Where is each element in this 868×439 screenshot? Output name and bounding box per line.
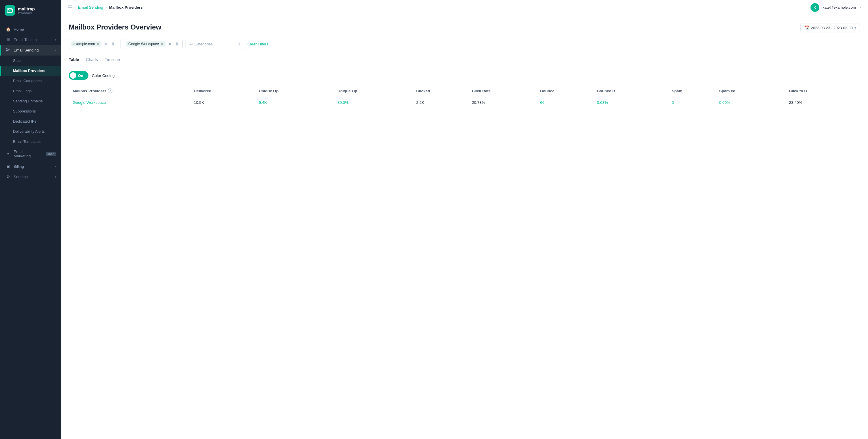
sidebar-item-email-testing[interactable]: ✉ Email Testing › bbox=[0, 34, 61, 45]
col-provider: Mailbox Providers ? bbox=[69, 86, 190, 96]
sidebar-item-label: Email Categories bbox=[13, 79, 41, 83]
sidebar-item-label: Deliverability Alerts bbox=[13, 129, 45, 134]
sidebar-item-suppressions[interactable]: Suppressions bbox=[0, 106, 61, 116]
col-click-to-open: Click to O... bbox=[785, 86, 860, 96]
topbar: ☰ Email Sending › Mailbox Providers K ka… bbox=[61, 0, 868, 15]
cell-clicked: 2.2K bbox=[412, 96, 468, 109]
domain-filter[interactable]: example.com ✕ ✕ ⇅ bbox=[69, 39, 121, 49]
col-unique-op-pct: Unique Op... bbox=[334, 86, 412, 96]
table-row: Google Workspace 10.5K 9.4K 89.3% 2.2K 2… bbox=[69, 96, 860, 109]
sidebar-item-settings[interactable]: ⚙ Settings › bbox=[0, 172, 61, 182]
sidebar-item-stats[interactable]: Stats bbox=[0, 56, 61, 66]
domain-tag-remove[interactable]: ✕ bbox=[96, 42, 99, 46]
sidebar: mailtrap by railsware 🏠 Home ✉ Email Tes… bbox=[0, 0, 61, 439]
content-area: Mailbox Providers Overview 📅 2023-03-23 … bbox=[61, 15, 868, 439]
chevron-icon: › bbox=[55, 165, 56, 168]
col-click-rate: Click Rate bbox=[468, 86, 536, 96]
col-bounce: Bounce bbox=[536, 86, 593, 96]
page-title: Mailbox Providers Overview bbox=[69, 23, 161, 31]
sidebar-item-deliverability-alerts[interactable]: Deliverability Alerts bbox=[0, 126, 61, 137]
domain-filter-arrow[interactable]: ⇅ bbox=[110, 39, 116, 49]
tab-timeline[interactable]: Timeline bbox=[104, 54, 126, 65]
category-filter-wrap: All Categories ⇅ bbox=[186, 39, 243, 49]
calendar-icon: 📅 bbox=[804, 25, 809, 30]
sidebar-item-label: Stats bbox=[13, 58, 22, 63]
cell-click-to-open: 23.40% bbox=[785, 96, 860, 109]
topbar-user-section: K kate@example.com ▾ bbox=[810, 3, 861, 12]
col-unique-op-count: Unique Op... bbox=[255, 86, 334, 96]
col-delivered: Delivered bbox=[190, 86, 255, 96]
sidebar-item-dedicated-ips[interactable]: Dedicated IPs bbox=[0, 116, 61, 126]
cell-delivered: 10.5K bbox=[190, 96, 255, 109]
sidebar-item-label: Settings bbox=[13, 175, 28, 179]
sidebar-item-home[interactable]: 🏠 Home bbox=[0, 24, 61, 34]
toggle-knob bbox=[70, 72, 76, 79]
email-sending-icon bbox=[5, 48, 11, 53]
color-coding-toggle[interactable]: On bbox=[69, 71, 88, 80]
view-tabs: Table Charts Timeline bbox=[69, 54, 860, 65]
main-area: ☰ Email Sending › Mailbox Providers K ka… bbox=[61, 0, 868, 439]
sidebar-item-label: Suppressions bbox=[13, 109, 36, 113]
sidebar-item-email-marketing[interactable]: ✦ Email Marketing soon bbox=[0, 147, 61, 161]
logo: mailtrap by railsware bbox=[0, 0, 61, 21]
cell-unique-op-count: 9.4K bbox=[255, 96, 334, 109]
cell-spam-count: 0.00% bbox=[715, 96, 785, 109]
tab-table[interactable]: Table bbox=[69, 54, 85, 65]
date-range-picker[interactable]: 📅 2023-03-23 - 2023-03-30 ▾ bbox=[800, 23, 860, 32]
domain-filter-tag: example.com ✕ bbox=[71, 41, 101, 47]
sidebar-item-label: Email Templates bbox=[13, 139, 40, 144]
sidebar-item-label: Email Sending bbox=[13, 48, 39, 52]
domain-filter-clear[interactable]: ✕ bbox=[103, 41, 108, 47]
provider-filter-clear[interactable]: ✕ bbox=[167, 41, 172, 47]
color-coding-toggle-row: On Color Coding bbox=[69, 71, 860, 80]
sidebar-item-label: Email Marketing bbox=[13, 149, 40, 158]
sidebar-item-label: Dedicated IPs bbox=[13, 119, 36, 123]
col-spam: Spam bbox=[668, 86, 715, 96]
sidebar-item-sending-domains[interactable]: Sending Domains bbox=[0, 96, 61, 106]
col-spam-count: Spam co... bbox=[715, 86, 785, 96]
breadcrumb: Email Sending › Mailbox Providers bbox=[78, 5, 143, 9]
user-dropdown-chevron[interactable]: ▾ bbox=[859, 5, 861, 9]
email-testing-icon: ✉ bbox=[5, 37, 11, 42]
sidebar-item-label: Email Logs bbox=[13, 89, 31, 93]
sparkle-icon: ✦ bbox=[5, 151, 11, 156]
logo-sub: by railsware bbox=[18, 11, 35, 14]
logo-name: mailtrap bbox=[18, 7, 35, 11]
chevron-icon: › bbox=[55, 175, 56, 178]
user-email: kate@example.com bbox=[823, 5, 856, 9]
sidebar-item-billing[interactable]: ▣ Billing › bbox=[0, 161, 61, 172]
sidebar-item-email-sending[interactable]: Email Sending › bbox=[0, 45, 61, 56]
sidebar-item-email-categories[interactable]: Email Categories bbox=[0, 76, 61, 86]
provider-tag-label: Google Workspace bbox=[128, 42, 159, 46]
col-bounce-rate: Bounce R... bbox=[593, 86, 668, 96]
filters-row: example.com ✕ ✕ ⇅ Google Workspace ✕ ✕ ⇅… bbox=[69, 39, 860, 49]
toggle-state-label: On bbox=[78, 74, 83, 78]
sidebar-item-mailbox-providers[interactable]: Mailbox Providers bbox=[0, 66, 61, 76]
provider-help-icon[interactable]: ? bbox=[108, 88, 113, 93]
provider-filter[interactable]: Google Workspace ✕ ✕ ⇅ bbox=[124, 39, 183, 49]
cell-click-rate: 20.73% bbox=[468, 96, 536, 109]
logo-icon bbox=[5, 5, 15, 16]
breadcrumb-link[interactable]: Email Sending bbox=[78, 5, 103, 9]
soon-badge: soon bbox=[45, 152, 56, 156]
provider-tag-remove[interactable]: ✕ bbox=[161, 42, 163, 46]
sidebar-item-label: Sending Domains bbox=[13, 99, 43, 103]
clear-filters-button[interactable]: Clear Filters bbox=[247, 42, 269, 46]
breadcrumb-separator: › bbox=[105, 5, 107, 9]
breadcrumb-current: Mailbox Providers bbox=[109, 5, 143, 9]
menu-icon[interactable]: ☰ bbox=[68, 4, 72, 11]
category-filter[interactable]: All Categories bbox=[186, 39, 243, 49]
sidebar-item-email-logs[interactable]: Email Logs bbox=[0, 86, 61, 96]
cell-provider[interactable]: Google Workspace bbox=[69, 96, 190, 109]
cell-spam: 0 bbox=[668, 96, 715, 109]
color-coding-label: Color Coding bbox=[92, 74, 115, 78]
tab-charts[interactable]: Charts bbox=[85, 54, 104, 65]
cell-bounce: 66 bbox=[536, 96, 593, 109]
cell-unique-op-pct: 89.3% bbox=[334, 96, 412, 109]
sidebar-item-label: Billing bbox=[13, 164, 24, 169]
mailbox-providers-table: Mailbox Providers ? Delivered Unique Op.… bbox=[69, 86, 860, 109]
provider-filter-tag: Google Workspace ✕ bbox=[126, 41, 165, 47]
home-icon: 🏠 bbox=[5, 27, 11, 31]
provider-filter-arrow[interactable]: ⇅ bbox=[174, 39, 180, 49]
sidebar-item-email-templates[interactable]: Email Templates bbox=[0, 137, 61, 147]
